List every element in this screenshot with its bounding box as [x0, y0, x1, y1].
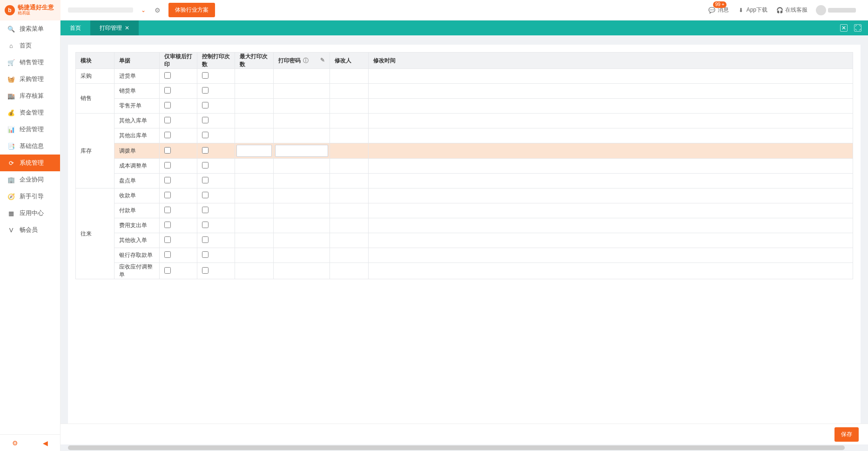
audited-checkbox[interactable]: [164, 87, 171, 94]
tabs-close-all-icon[interactable]: ✕: [840, 24, 848, 32]
member-icon: V: [7, 227, 15, 234]
sidebar-collapse-icon[interactable]: ◀: [43, 439, 48, 447]
sidebar-footer: ⚙ ◀: [0, 434, 60, 451]
sidebar-settings-icon[interactable]: ⚙: [12, 439, 18, 447]
sidebar-item-member[interactable]: V畅会员: [0, 222, 60, 238]
audited-checkbox[interactable]: [164, 251, 171, 258]
audited-checkbox[interactable]: [164, 177, 171, 183]
password-cell: [274, 128, 330, 143]
modified-at-cell: [369, 263, 853, 279]
col-module: 模块: [76, 53, 114, 69]
password-cell: [274, 143, 330, 159]
sidebar-item-guide[interactable]: 🧭新手引导: [0, 188, 60, 205]
password-cell: [274, 203, 330, 218]
sidebar-item-coop[interactable]: 🏢企业协同: [0, 171, 60, 188]
audited-cell: [160, 233, 197, 248]
limit-checkbox[interactable]: [202, 222, 209, 228]
modifier-cell: [330, 174, 369, 188]
sidebar-item-search-menu[interactable]: 🔍搜索菜单: [0, 20, 60, 37]
sidebar-item-base[interactable]: 📑基础信息: [0, 138, 60, 155]
audited-checkbox[interactable]: [164, 102, 171, 108]
audited-checkbox[interactable]: [164, 117, 171, 123]
audited-checkbox[interactable]: [164, 192, 171, 198]
sidebar-item-inventory[interactable]: 🏬库存核算: [0, 88, 60, 104]
tab-print-management[interactable]: 打印管理 ✕: [90, 20, 139, 35]
app-download-link[interactable]: ⬇ App下载: [737, 6, 767, 14]
audited-checkbox[interactable]: [164, 267, 171, 274]
audited-checkbox[interactable]: [164, 72, 171, 79]
limit-checkbox[interactable]: [202, 102, 209, 108]
limit-cell: [197, 188, 235, 203]
limit-cell: [197, 114, 235, 128]
user-name-placeholder: [828, 8, 856, 13]
print-password-input[interactable]: [275, 145, 328, 157]
audited-checkbox[interactable]: [164, 162, 171, 168]
sidebar-item-operation[interactable]: 📊经营管理: [0, 121, 60, 138]
table-row: 其他收入单: [76, 233, 853, 248]
sidebar-item-label: 搜索菜单: [20, 25, 44, 33]
scrollbar-thumb[interactable]: [68, 445, 845, 450]
audited-checkbox[interactable]: [164, 222, 171, 228]
limit-checkbox[interactable]: [202, 192, 209, 198]
doc-cell: 收款单: [114, 188, 160, 203]
tab-home[interactable]: 首页: [61, 20, 90, 35]
operation-icon: 📊: [7, 126, 15, 133]
sidebar-item-sales[interactable]: 🛒销售管理: [0, 54, 60, 71]
audited-checkbox[interactable]: [164, 132, 171, 138]
modified-at-cell: [369, 188, 853, 203]
limit-checkbox[interactable]: [202, 147, 209, 154]
limit-checkbox[interactable]: [202, 162, 209, 168]
modifier-cell: [330, 143, 369, 159]
online-service-link[interactable]: 🎧 在线客服: [776, 6, 807, 14]
save-button[interactable]: 保存: [834, 427, 859, 442]
limit-cell: [197, 174, 235, 188]
doc-cell: 应收应付调整单: [114, 263, 160, 279]
industry-program-button[interactable]: 体验行业方案: [168, 3, 215, 17]
gear-icon[interactable]: ⚙: [154, 7, 161, 14]
audited-checkbox[interactable]: [164, 147, 171, 154]
limit-checkbox[interactable]: [202, 207, 209, 213]
fullscreen-icon[interactable]: ⛶: [854, 24, 861, 32]
limit-checkbox[interactable]: [202, 251, 209, 258]
audited-checkbox[interactable]: [164, 236, 171, 243]
limit-checkbox[interactable]: [202, 72, 209, 79]
password-cell: [274, 84, 330, 99]
download-icon: ⬇: [737, 7, 745, 13]
modified-at-cell: [369, 248, 853, 263]
limit-cell: [197, 233, 235, 248]
max-times-cell: [235, 114, 274, 128]
max-times-input[interactable]: [236, 145, 272, 157]
tabs-right: ✕ ⛶: [840, 20, 868, 35]
limit-checkbox[interactable]: [202, 177, 209, 183]
limit-checkbox[interactable]: [202, 87, 209, 94]
sidebar-item-system[interactable]: ⟳系统管理: [0, 155, 60, 171]
max-times-cell: [235, 248, 274, 263]
user-menu[interactable]: [816, 5, 856, 15]
help-icon[interactable]: ⓘ: [303, 57, 309, 64]
limit-checkbox[interactable]: [202, 117, 209, 123]
sidebar-item-funds[interactable]: 💰资金管理: [0, 104, 60, 121]
tenant-selector[interactable]: ⌄ ⚙: [61, 0, 168, 20]
password-cell: [274, 263, 330, 279]
system-icon: ⟳: [7, 160, 15, 167]
doc-cell: 进货单: [114, 69, 160, 84]
limit-cell: [197, 159, 235, 174]
horizontal-scrollbar[interactable]: [68, 445, 861, 450]
close-icon[interactable]: ✕: [125, 25, 129, 31]
edit-icon[interactable]: ✎: [320, 57, 325, 63]
limit-checkbox[interactable]: [202, 267, 209, 274]
audited-checkbox[interactable]: [164, 207, 171, 213]
modifier-cell: [330, 263, 369, 279]
sidebar-item-purchase[interactable]: 🧺采购管理: [0, 71, 60, 88]
sidebar-item-home[interactable]: ⌂首页: [0, 37, 60, 54]
sidebar-item-appcenter[interactable]: ▦应用中心: [0, 205, 60, 222]
table-row: 其他出库单: [76, 128, 853, 143]
table-row: 成本调整单: [76, 159, 853, 174]
modified-at-cell: [369, 84, 853, 99]
sidebar-item-label: 新手引导: [20, 192, 44, 201]
limit-cell: [197, 69, 235, 84]
limit-checkbox[interactable]: [202, 132, 209, 138]
password-cell: [274, 99, 330, 114]
limit-checkbox[interactable]: [202, 236, 209, 243]
messages-link[interactable]: 99 + 💬 消息: [708, 6, 729, 14]
